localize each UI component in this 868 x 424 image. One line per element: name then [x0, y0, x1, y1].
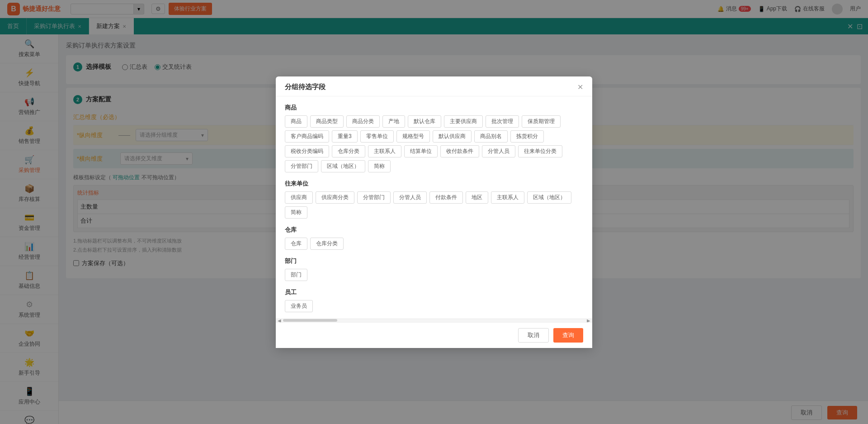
- modal-title: 分组待选字段: [285, 83, 326, 91]
- modal-dialog: 分组待选字段 ✕ 商品 商品 商品类型 商品分类 产地 默认仓库 主要供应商 批…: [276, 76, 592, 348]
- modal-body: 商品 商品 商品类型 商品分类 产地 默认仓库 主要供应商 批次管理 保质期管理…: [276, 96, 592, 319]
- field-section-staff-title: 员工: [285, 288, 583, 296]
- field-section-partner-title: 往来单位: [285, 180, 583, 188]
- field-chip-goods-0[interactable]: 商品: [285, 115, 307, 128]
- field-chip-goods-3[interactable]: 产地: [382, 115, 405, 128]
- field-chip-goods-9[interactable]: 重量3: [332, 130, 358, 143]
- field-chips-goods: 商品 商品类型 商品分类 产地 默认仓库 主要供应商 批次管理 保质期管理 客户…: [285, 115, 583, 172]
- field-chip-partner-4[interactable]: 付款条件: [429, 191, 463, 204]
- field-section-warehouse: 仓库 仓库 仓库分类: [285, 226, 583, 250]
- field-section-partner: 往来单位 供应商 供应商分类 分管部门 分管人员 付款条件 地区 主联系人 区域…: [285, 180, 583, 219]
- field-chip-goods-21[interactable]: 往来单位分类: [518, 145, 562, 157]
- modal-footer: 取消 查询: [276, 322, 592, 348]
- field-section-dept: 部门 部门: [285, 257, 583, 281]
- field-chip-goods-7[interactable]: 保质期管理: [522, 115, 561, 128]
- field-chip-goods-11[interactable]: 规格型号: [396, 130, 430, 143]
- field-chip-goods-14[interactable]: 拣货积分: [510, 130, 544, 143]
- field-chip-goods-8[interactable]: 客户商品编码: [285, 130, 329, 143]
- modal-cancel-button[interactable]: 取消: [518, 328, 549, 343]
- field-chip-goods-1[interactable]: 商品类型: [310, 115, 344, 128]
- field-chips-warehouse: 仓库 仓库分类: [285, 238, 583, 250]
- field-chip-goods-5[interactable]: 主要供应商: [444, 115, 483, 128]
- field-section-goods: 商品 商品 商品类型 商品分类 产地 默认仓库 主要供应商 批次管理 保质期管理…: [285, 104, 583, 172]
- field-chip-partner-8[interactable]: 简称: [285, 206, 307, 219]
- field-chip-goods-23[interactable]: 区域（地区）: [321, 160, 365, 172]
- field-chip-partner-1[interactable]: 供应商分类: [316, 191, 354, 204]
- field-chip-warehouse-1[interactable]: 仓库分类: [310, 238, 344, 250]
- field-chip-goods-10[interactable]: 零售单位: [360, 130, 394, 143]
- hscroll-bar[interactable]: [283, 319, 337, 322]
- field-chip-goods-24[interactable]: 简称: [368, 160, 391, 172]
- field-chip-partner-7[interactable]: 区域（地区）: [527, 191, 571, 204]
- field-chip-goods-20[interactable]: 分管人员: [482, 145, 515, 157]
- field-chip-goods-16[interactable]: 仓库分类: [332, 145, 365, 157]
- field-chip-goods-17[interactable]: 主联系人: [368, 145, 401, 157]
- field-chip-dept-0[interactable]: 部门: [285, 269, 307, 281]
- modal-confirm-button[interactable]: 查询: [553, 328, 583, 343]
- field-chips-partner: 供应商 供应商分类 分管部门 分管人员 付款条件 地区 主联系人 区域（地区） …: [285, 191, 583, 219]
- modal-hscroll: ◀ ▶: [276, 319, 592, 322]
- field-section-warehouse-title: 仓库: [285, 226, 583, 234]
- field-chips-staff: 业务员: [285, 300, 583, 312]
- field-chip-goods-22[interactable]: 分管部门: [285, 160, 318, 172]
- field-chip-goods-2[interactable]: 商品分类: [346, 115, 380, 128]
- field-chip-goods-13[interactable]: 商品别名: [474, 130, 508, 143]
- field-chip-partner-5[interactable]: 地区: [466, 191, 488, 204]
- modal-overlay[interactable]: 分组待选字段 ✕ 商品 商品 商品类型 商品分类 产地 默认仓库 主要供应商 批…: [0, 0, 868, 424]
- field-chip-partner-0[interactable]: 供应商: [285, 191, 313, 204]
- field-chip-partner-6[interactable]: 主联系人: [491, 191, 524, 204]
- field-chip-staff-0[interactable]: 业务员: [285, 300, 313, 312]
- field-chip-partner-2[interactable]: 分管部门: [357, 191, 391, 204]
- field-section-goods-title: 商品: [285, 104, 583, 112]
- field-chip-goods-4[interactable]: 默认仓库: [408, 115, 441, 128]
- modal-close-button[interactable]: ✕: [577, 83, 583, 91]
- field-chip-warehouse-0[interactable]: 仓库: [285, 238, 307, 250]
- hscroll-track[interactable]: [281, 319, 587, 322]
- modal-header: 分组待选字段 ✕: [276, 76, 592, 96]
- field-chip-goods-15[interactable]: 税收分类编码: [285, 145, 329, 157]
- field-chip-goods-18[interactable]: 结算单位: [404, 145, 438, 157]
- field-chip-partner-3[interactable]: 分管人员: [393, 191, 427, 204]
- field-chip-goods-12[interactable]: 默认供应商: [433, 130, 472, 143]
- field-section-staff: 员工 业务员: [285, 288, 583, 312]
- field-chip-goods-19[interactable]: 收付款条件: [440, 145, 479, 157]
- field-section-dept-title: 部门: [285, 257, 583, 265]
- field-chips-dept: 部门: [285, 269, 583, 281]
- field-chip-goods-6[interactable]: 批次管理: [486, 115, 519, 128]
